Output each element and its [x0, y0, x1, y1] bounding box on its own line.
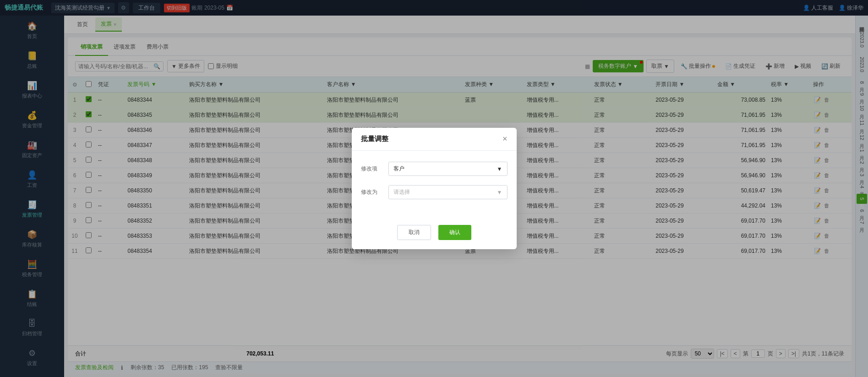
- modal-footer: 取消 确认: [352, 219, 517, 249]
- modal-body: 修改项 客户 ▼ 修改为 请选择 ▼: [352, 151, 517, 219]
- field-dropdown-icon: ▼: [497, 166, 502, 172]
- modal-modify-label: 修改为: [361, 188, 388, 196]
- modify-dropdown-icon: ▼: [497, 189, 502, 196]
- modal-field-label: 修改项: [361, 165, 388, 173]
- modal-field-item: 修改项 客户 ▼: [361, 162, 508, 176]
- modal-modify-placeholder: 请选择: [393, 188, 410, 196]
- modal-overlay: 批量调整 × 修改项 客户 ▼ 修改为 请选择 ▼ 取消 确认: [0, 0, 868, 377]
- modal-confirm-button[interactable]: 确认: [438, 225, 471, 240]
- batch-adjust-modal: 批量调整 × 修改项 客户 ▼ 修改为 请选择 ▼ 取消 确认: [352, 128, 517, 249]
- modal-modify-selector[interactable]: 请选择 ▼: [388, 185, 508, 199]
- modal-modify-item: 修改为 请选择 ▼: [361, 185, 508, 199]
- modal-field-value: 客户: [393, 165, 404, 173]
- modal-close-button[interactable]: ×: [502, 134, 508, 144]
- modal-field-selector[interactable]: 客户 ▼: [388, 162, 508, 176]
- modal-title: 批量调整: [361, 135, 388, 143]
- modal-cancel-button[interactable]: 取消: [397, 225, 431, 240]
- modal-header: 批量调整 ×: [352, 128, 517, 151]
